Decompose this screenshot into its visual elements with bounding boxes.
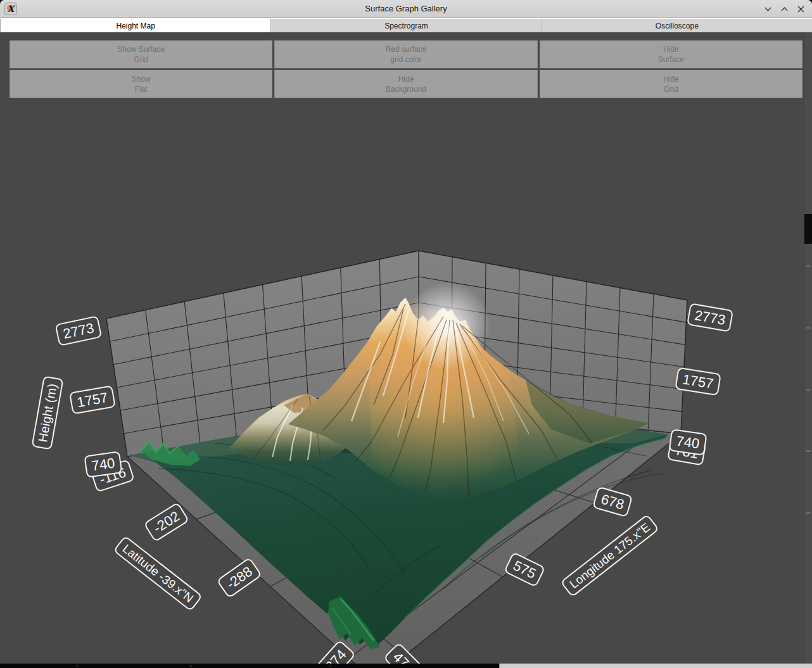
taskbar-fragment-dark <box>0 664 499 668</box>
chevron-up-icon[interactable] <box>780 4 789 14</box>
surface-grid-color-button[interactable]: Red surfacegrid color <box>274 41 537 68</box>
chevron-down-icon[interactable] <box>763 4 773 14</box>
window-controls <box>763 0 806 18</box>
close-x-icon[interactable] <box>796 4 806 14</box>
background-window-sliver <box>804 32 812 664</box>
svg-text:Longitude 175.x"E: Longitude 175.x"E <box>567 520 652 591</box>
tick-height-right-740: 740 <box>669 429 707 455</box>
tab-spectrogram[interactable]: Spectrogram <box>271 19 542 32</box>
svg-text:740: 740 <box>675 433 701 452</box>
desktop-strip <box>0 664 812 668</box>
taskbar-fragment-light <box>499 664 812 668</box>
app-window: X Surface Graph Gallery Height Map Spect… <box>0 0 812 664</box>
content-area: Show SurfaceGrid Red surfacegrid color H… <box>0 32 812 664</box>
axis-title-height: Height (m) <box>32 377 63 450</box>
tab-height-map[interactable]: Height Map <box>0 19 271 32</box>
tick-height-left-2773: 2773 <box>56 316 101 345</box>
screen: X Surface Graph Gallery Height Map Spect… <box>0 0 812 668</box>
tick-height-right-2773: 2773 <box>687 303 733 331</box>
x11-logo-icon[interactable]: X <box>4 3 17 15</box>
tick-height-left-740: 740 <box>85 451 122 477</box>
tick-longitude-678: 678 <box>593 487 632 517</box>
surface-3d-plot[interactable]: -116 781 2773 1757 740 Height (m) 2773 <box>0 32 812 664</box>
tick-height-left-1757: 1757 <box>70 386 115 413</box>
axis-title-longitude: Longitude 175.x"E <box>561 515 659 596</box>
tick-longitude-575: 575 <box>504 553 545 587</box>
axis-title-latitude: Latitude -39.x"N <box>114 536 202 610</box>
tick-latitude--202: -202 <box>144 503 189 541</box>
hide-background-button[interactable]: HideBackground <box>274 70 537 98</box>
svg-text:740: 740 <box>91 455 116 474</box>
hide-surface-button[interactable]: HideSurface <box>540 41 802 68</box>
tab-bar: Height Map Spectrogram Oscilloscope <box>0 18 812 32</box>
show-flat-button[interactable]: ShowFlat <box>10 70 272 98</box>
control-buttons: Show SurfaceGrid Red surfacegrid color H… <box>0 32 812 98</box>
title-bar: X Surface Graph Gallery <box>0 0 812 18</box>
hide-grid-button[interactable]: HideGrid <box>540 70 802 98</box>
show-surface-grid-button[interactable]: Show SurfaceGrid <box>10 41 272 68</box>
tab-oscilloscope[interactable]: Oscilloscope <box>542 19 812 32</box>
window-title: Surface Graph Gallery <box>0 4 812 13</box>
svg-text:Latitude -39.x"N: Latitude -39.x"N <box>120 542 196 605</box>
